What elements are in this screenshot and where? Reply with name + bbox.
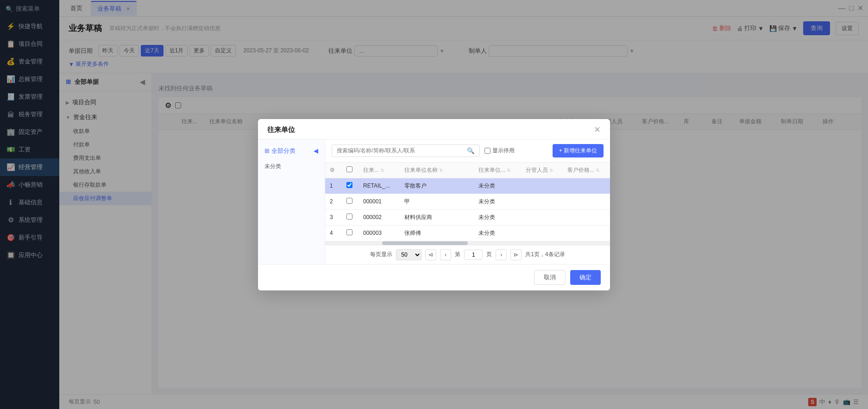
row-price bbox=[563, 225, 610, 241]
table-scrollbar-track[interactable] bbox=[325, 241, 610, 245]
show-disabled-text: 显示停用 bbox=[492, 147, 515, 155]
show-disabled-checkbox[interactable] bbox=[484, 148, 491, 154]
sort-icon-price: ⇅ bbox=[596, 168, 599, 173]
sort-icon-name: ⇅ bbox=[439, 168, 443, 173]
row-checkbox[interactable] bbox=[342, 194, 359, 209]
modal-search-btn[interactable]: 🔍 bbox=[462, 145, 479, 157]
table-row[interactable]: 1 RETAIL_... 零散客户 未分类 bbox=[325, 178, 610, 194]
modal-search-input[interactable] bbox=[332, 145, 462, 156]
table-row[interactable]: 4 000003 张师傅 未分类 bbox=[325, 225, 610, 241]
modal-overlay[interactable]: 往来单位 ✕ ⊞ 全部分类 ◀ 未分类 bbox=[0, 0, 868, 409]
modal-category-pane: ⊞ 全部分类 ◀ 未分类 bbox=[258, 139, 325, 264]
modal-toolbar: 🔍 显示停用 + 新增往来单位 bbox=[325, 139, 610, 163]
modal-header: 往来单位 ✕ bbox=[258, 119, 610, 139]
th-category[interactable]: 往来单位...⇅ bbox=[474, 163, 521, 178]
row-checkbox[interactable] bbox=[342, 225, 359, 241]
row-num: 4 bbox=[325, 225, 342, 241]
prev-page-btn[interactable]: ‹ bbox=[440, 249, 451, 260]
th-code[interactable]: 往来...⇅ bbox=[359, 163, 400, 178]
last-page-btn[interactable]: ⊳ bbox=[510, 249, 522, 260]
row-price bbox=[563, 194, 610, 209]
row-code: RETAIL_... bbox=[359, 178, 400, 194]
row-category: 未分类 bbox=[474, 209, 521, 225]
modal-pagination: 每页显示 50 10 20 100 ⊲ ‹ 第 页 › ⊳ bbox=[325, 245, 610, 264]
th-manager[interactable]: 分管人员⇅ bbox=[521, 163, 563, 178]
th-price[interactable]: 客户价格...⇅ bbox=[563, 163, 610, 178]
add-partner-btn[interactable]: + 新增往来单位 bbox=[553, 144, 604, 157]
sort-icon: ⇅ bbox=[380, 168, 384, 173]
select-all-modal[interactable] bbox=[346, 166, 352, 172]
collapse-left-icon[interactable]: ◀ bbox=[314, 147, 318, 154]
row-num: 2 bbox=[325, 194, 342, 209]
modal-body: ⊞ 全部分类 ◀ 未分类 🔍 bbox=[258, 139, 610, 264]
page-word-2: 页 bbox=[486, 251, 492, 258]
row-manager bbox=[521, 194, 563, 209]
modal-action-footer: 取消 确定 bbox=[258, 264, 610, 290]
per-page-label: 每页显示 bbox=[370, 251, 392, 258]
row-name: 材料供应商 bbox=[400, 209, 474, 225]
partner-modal: 往来单位 ✕ ⊞ 全部分类 ◀ 未分类 bbox=[258, 119, 610, 290]
modal-title: 往来单位 bbox=[267, 126, 295, 134]
table-scrollbar-thumb[interactable] bbox=[382, 241, 468, 245]
table-row[interactable]: 2 000001 甲 未分类 bbox=[325, 194, 610, 209]
row-checkbox[interactable] bbox=[342, 178, 359, 194]
row-manager bbox=[521, 178, 563, 194]
row-code: 000001 bbox=[359, 194, 400, 209]
total-info: 共1页，4条记录 bbox=[525, 251, 565, 258]
row-category: 未分类 bbox=[474, 225, 521, 241]
cancel-button[interactable]: 取消 bbox=[534, 270, 566, 285]
next-page-btn[interactable]: › bbox=[496, 249, 507, 260]
modal-table-pane: 🔍 显示停用 + 新增往来单位 ⚙ bbox=[325, 139, 610, 264]
modal-search-box: 🔍 bbox=[332, 145, 480, 157]
per-page-select[interactable]: 50 10 20 100 bbox=[396, 249, 421, 260]
row-manager bbox=[521, 209, 563, 225]
th-check bbox=[342, 163, 359, 178]
table-row[interactable]: 3 000002 材料供应商 未分类 bbox=[325, 209, 610, 225]
row-name: 甲 bbox=[400, 194, 474, 209]
modal-data-table: ⚙ 往来...⇅ 往来单位名称⇅ 往来单位...⇅ bbox=[325, 163, 610, 241]
row-code: 000002 bbox=[359, 209, 400, 225]
all-category-label: 全部分类 bbox=[271, 147, 296, 155]
sort-icon-mgr: ⇅ bbox=[549, 168, 553, 173]
page-word: 第 bbox=[455, 251, 460, 258]
modal-close-btn[interactable]: ✕ bbox=[594, 126, 601, 134]
modal-category-unclassified[interactable]: 未分类 bbox=[258, 159, 325, 174]
row-category: 未分类 bbox=[474, 194, 521, 209]
row-num: 1 bbox=[325, 178, 342, 194]
row-price bbox=[563, 209, 610, 225]
th-name[interactable]: 往来单位名称⇅ bbox=[400, 163, 474, 178]
row-category: 未分类 bbox=[474, 178, 521, 194]
page-number-input[interactable] bbox=[464, 250, 483, 260]
row-num: 3 bbox=[325, 209, 342, 225]
confirm-button[interactable]: 确定 bbox=[570, 270, 601, 285]
pagination-controls: 每页显示 50 10 20 100 ⊲ ‹ 第 页 › ⊳ bbox=[370, 249, 565, 260]
row-checkbox[interactable] bbox=[342, 209, 359, 225]
row-name: 零散客户 bbox=[400, 178, 474, 194]
search-icon-modal: 🔍 bbox=[467, 147, 475, 154]
row-code: 000003 bbox=[359, 225, 400, 241]
row-price bbox=[563, 178, 610, 194]
first-page-btn[interactable]: ⊲ bbox=[425, 249, 436, 260]
grid-icon-modal: ⊞ bbox=[264, 147, 270, 154]
row-manager bbox=[521, 225, 563, 241]
show-disabled-label[interactable]: 显示停用 bbox=[484, 147, 515, 155]
modal-table-body: 1 RETAIL_... 零散客户 未分类 2 bbox=[325, 178, 610, 241]
modal-all-category[interactable]: ⊞ 全部分类 ◀ bbox=[258, 143, 325, 159]
th-settings[interactable]: ⚙ bbox=[325, 163, 342, 178]
modal-table-head: ⚙ 往来...⇅ 往来单位名称⇅ 往来单位...⇅ bbox=[325, 163, 610, 178]
sort-icon-cat: ⇅ bbox=[507, 168, 510, 173]
row-name: 张师傅 bbox=[400, 225, 474, 241]
